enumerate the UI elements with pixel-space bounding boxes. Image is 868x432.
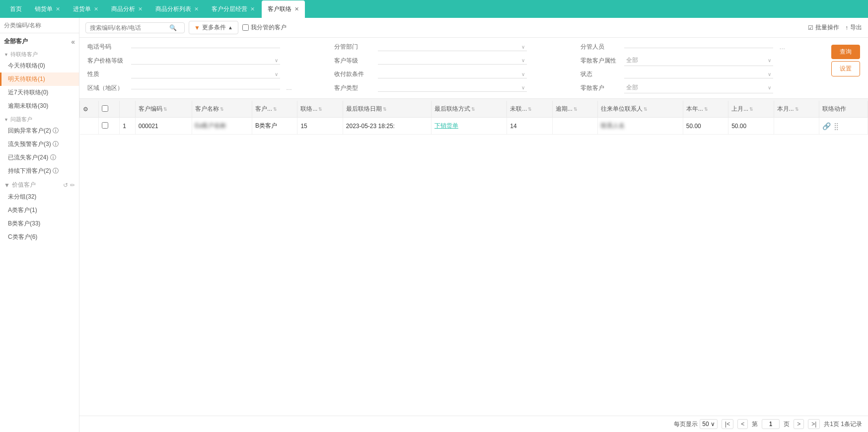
filter-select-price-level[interactable]: ∨	[131, 57, 280, 65]
settings-button[interactable]: 设置	[831, 61, 860, 76]
filter-label-dept: 分管部门	[334, 43, 374, 51]
sidebar-item-7days[interactable]: 近7天待联络(0)	[0, 86, 79, 99]
action-contact-icon[interactable]: 🔗	[822, 122, 831, 130]
row-checkbox-cell[interactable]	[99, 118, 120, 135]
row-not-contact: 14	[507, 118, 552, 135]
th-this-year[interactable]: 本年...⇅	[683, 101, 728, 118]
my-customers-checkbox-label[interactable]: 我分管的客户	[242, 23, 287, 32]
page-first-btn[interactable]: |<	[722, 419, 733, 429]
filter-select-status[interactable]: ∨	[624, 71, 773, 78]
filter-select-customer-level[interactable]: ∨	[378, 57, 527, 65]
my-customers-checkbox[interactable]	[242, 24, 249, 31]
page-prev-btn[interactable]: <	[737, 419, 748, 429]
th-code[interactable]: 客户编码⇅	[135, 101, 192, 118]
filter-cell-customer-level: 客户等级 ∨	[334, 57, 577, 65]
nav-home[interactable]: 首页	[4, 0, 28, 18]
content-area: 🔍 ▼ 更多条件 ▲ 我分管的客户 ☑ 批量操作 ↑ 导出	[79, 18, 868, 432]
value-customer-edit-icon[interactable]: ✏	[70, 182, 75, 189]
sidebar-item-c-class[interactable]: C类客户(6)	[0, 230, 79, 244]
th-settings[interactable]: ⚙	[80, 101, 99, 118]
th-overdue[interactable]: 逾期...⇅	[552, 101, 597, 118]
row-checkbox[interactable]	[102, 122, 108, 129]
th-unit-contact[interactable]: 往来单位联系人⇅	[598, 101, 683, 118]
nav-purchase[interactable]: 进货单 ✕	[67, 0, 104, 18]
close-purchase-icon[interactable]: ✕	[94, 6, 98, 12]
nature-arrow-icon: ∨	[275, 72, 278, 77]
region-dots-icon[interactable]: …	[286, 84, 292, 91]
nav-sales[interactable]: 销货单 ✕	[29, 0, 66, 18]
sidebar-item-today[interactable]: 今天待联络(0)	[0, 59, 79, 72]
close-product-analysis-icon[interactable]: ✕	[138, 6, 143, 12]
nav-customer-contact[interactable]: 客户联络 ✕	[262, 0, 305, 18]
filter-cell-phone: 电话号码	[87, 43, 330, 51]
search-icon[interactable]: 🔍	[169, 24, 177, 31]
th-type[interactable]: 客户...⇅	[252, 101, 297, 118]
filter-select-nature[interactable]: ∨	[131, 71, 280, 78]
page-size-dropdown[interactable]: 50 ∨	[700, 419, 718, 429]
table-footer: 每页显示 50 ∨ |< < 第 页 > >| 共1页 1条记录	[79, 416, 868, 432]
sidebar-search-bar[interactable]: 🔍	[0, 18, 79, 33]
page-next-btn[interactable]: >	[794, 419, 804, 429]
close-customer-contact-icon[interactable]: ✕	[294, 6, 299, 12]
search-box[interactable]: 🔍	[85, 22, 185, 33]
filter-input-region[interactable]	[131, 87, 280, 89]
nav-customer-layer[interactable]: 客户分层经营 ✕	[206, 0, 261, 18]
total-records: 共1页 1条记录	[824, 420, 862, 429]
sidebar-item-b-class[interactable]: B类客户(33)	[0, 217, 79, 230]
th-last-contact-date[interactable]: 最后联络日期⇅	[343, 101, 431, 118]
page-number-input[interactable]	[762, 419, 780, 429]
export-btn[interactable]: ↑ 导出	[845, 23, 862, 32]
filter-icon: ▼	[194, 24, 200, 31]
th-contact[interactable]: 联络...⇅	[297, 101, 343, 118]
sidebar-item-a-class[interactable]: A类客户(1)	[0, 204, 79, 217]
export-icon: ↑	[845, 24, 848, 31]
bulk-action-btn[interactable]: ☑ 批量操作	[808, 23, 839, 32]
filter-select-dept[interactable]: ∨	[378, 43, 527, 51]
table-settings-icon[interactable]: ⚙	[83, 106, 88, 113]
search-input[interactable]	[90, 24, 169, 31]
filter-input-manager[interactable]	[624, 46, 773, 48]
query-button[interactable]: 查询	[831, 45, 860, 59]
filter-cell-manager: 分管人员 …	[580, 43, 823, 51]
filter-select-cust-type[interactable]: ∨	[378, 84, 527, 92]
manager-dots-icon[interactable]: …	[779, 44, 785, 51]
customer-table: ⚙ 客户编码⇅ 客户名称⇅ 客户...⇅	[79, 101, 868, 135]
th-last-contact-way[interactable]: 最后联络方式⇅	[431, 101, 506, 118]
year-sort-icon: ⇅	[704, 107, 708, 112]
sidebar-collapse-btn[interactable]: «	[71, 38, 75, 46]
page-last-btn[interactable]: >|	[808, 419, 820, 429]
sidebar-item-overdue[interactable]: 逾期未联络(30)	[0, 99, 79, 113]
filter-select-sparse-attr[interactable]: 全部 ∨	[624, 55, 773, 66]
sidebar-item-declining[interactable]: 持续下滑客户(2) ⓘ	[0, 164, 79, 178]
group-problem-customers: 问题客户	[0, 113, 79, 124]
filter-select-sparse[interactable]: 全部 ∨	[624, 82, 773, 93]
th-this-month[interactable]: 本月...⇅	[774, 101, 819, 118]
row-this-year: 50.00	[683, 118, 728, 135]
more-filter-btn[interactable]: ▼ 更多条件 ▲	[189, 21, 238, 34]
th-last-month[interactable]: 上月...⇅	[728, 101, 774, 118]
customer-level-arrow-icon: ∨	[521, 58, 525, 63]
row-last-contact-way[interactable]: 下销货单	[431, 118, 506, 135]
nav-product-analysis-list[interactable]: 商品分析列表 ✕	[149, 0, 205, 18]
close-sales-icon[interactable]: ✕	[56, 6, 60, 12]
sidebar-item-ungrouped[interactable]: 未分组(32)	[0, 190, 79, 204]
dept-arrow-icon: ∨	[521, 44, 525, 50]
th-not-contact[interactable]: 未联...⇅	[507, 101, 552, 118]
sidebar-item-tomorrow[interactable]: 明天待联络(1)	[0, 72, 79, 86]
close-product-list-icon[interactable]: ✕	[194, 6, 199, 12]
select-all-checkbox[interactable]	[102, 105, 108, 112]
sidebar-item-repurchase-abnormal[interactable]: 回购异常客户(2) ⓘ	[0, 124, 79, 138]
close-customer-layer-icon[interactable]: ✕	[250, 6, 255, 12]
action-more-icon[interactable]: ⣿	[834, 122, 839, 130]
sidebar-search-input[interactable]	[4, 22, 78, 29]
value-customer-refresh-icon[interactable]: ↺	[63, 182, 68, 189]
th-checkbox[interactable]	[99, 101, 120, 118]
table-row: 1 000021 Ea客户名称 B类客户 15 2023-05-23 18:25…	[80, 118, 868, 135]
nav-product-analysis[interactable]: 商品分析 ✕	[105, 0, 148, 18]
sidebar-item-loss-warning[interactable]: 流失预警客户(3) ⓘ	[0, 138, 79, 151]
th-name[interactable]: 客户名称⇅	[192, 101, 252, 118]
sidebar-item-lost[interactable]: 已流失客户(24) ⓘ	[0, 151, 79, 164]
price-level-arrow-icon: ∨	[275, 58, 278, 63]
filter-input-phone[interactable]	[131, 46, 280, 48]
filter-select-payment[interactable]: ∨	[378, 71, 527, 78]
